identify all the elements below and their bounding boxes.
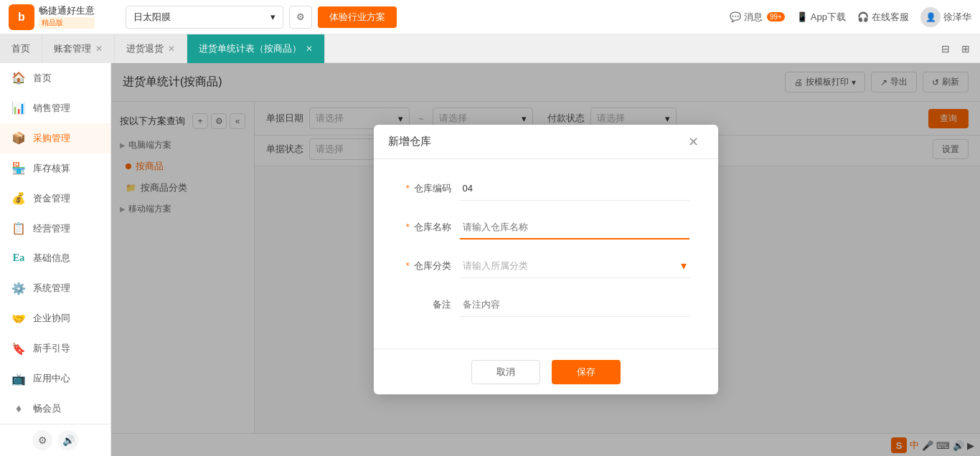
- app-name: 畅捷通好生意: [39, 5, 95, 17]
- header-right: 💬 消息 99+ 📱 App下载 🎧 在线客服 👤 徐泽华: [730, 7, 971, 27]
- dialog-title: 新增仓库: [388, 135, 431, 148]
- sidebar-label: 资金管理: [33, 192, 70, 205]
- purchase-icon: 📦: [11, 131, 26, 145]
- save-button[interactable]: 保存: [552, 360, 621, 384]
- dialog-header: 新增仓库 ✕: [374, 125, 718, 159]
- sidebar: 🏠 首页 📊 销售管理 📦 采购管理 🏪 库存核算 💰 资金管理 📋 经营管理 …: [0, 63, 111, 456]
- sidebar-item-guide[interactable]: 🔖 新手引导: [0, 333, 110, 364]
- tab-expand-btns: ⊟ ⊞: [937, 40, 980, 57]
- sidebar-settings-btn[interactable]: ⚙: [32, 430, 52, 450]
- warehouse-category-row: * 仓库分类 请输入所属分类 ▾: [402, 254, 689, 278]
- online-service-btn[interactable]: 🎧 在线客服: [857, 11, 909, 24]
- app-center-icon: 📺: [11, 372, 26, 386]
- dialog-close-btn[interactable]: ✕: [684, 132, 704, 152]
- business-icon: 📋: [11, 222, 26, 235]
- warehouse-code-row: * 仓库编码: [402, 176, 689, 201]
- remark-input-wrapper: [460, 293, 689, 317]
- basic-info-icon: Ea: [11, 252, 26, 264]
- inventory-icon: 🏪: [11, 161, 26, 175]
- remark-label: 备注: [402, 298, 460, 311]
- user-profile-btn[interactable]: 👤 徐泽华: [920, 7, 971, 27]
- sidebar-item-inventory[interactable]: 🏪 库存核算: [0, 153, 110, 184]
- username: 徐泽华: [943, 11, 971, 24]
- trial-button[interactable]: 体验行业方案: [318, 6, 397, 28]
- avatar: 👤: [920, 7, 941, 27]
- cancel-button[interactable]: 取消: [471, 360, 540, 384]
- warehouse-category-select-wrapper: 请输入所属分类 ▾: [460, 254, 689, 278]
- sidebar-label: 基础信息: [33, 252, 70, 265]
- sidebar-label: 库存核算: [33, 162, 70, 175]
- chevron-down-icon: ▾: [681, 259, 687, 272]
- tab-close-icon[interactable]: ✕: [168, 44, 175, 54]
- sidebar-item-vip[interactable]: ♦ 畅会员: [0, 394, 110, 424]
- warehouse-name-row: * 仓库名称: [402, 215, 689, 239]
- tab-close-icon[interactable]: ✕: [95, 44, 103, 54]
- finance-icon: 💰: [11, 191, 26, 205]
- message-icon: 💬: [730, 11, 741, 22]
- warehouse-name-label: * 仓库名称: [402, 221, 460, 234]
- sidebar-label: 首页: [33, 72, 52, 85]
- chevron-down-icon: ▾: [270, 11, 275, 22]
- tab-purchase-return[interactable]: 进货退货 ✕: [115, 34, 187, 63]
- remark-row: 备注: [402, 293, 689, 317]
- message-badge: 99+: [767, 12, 785, 22]
- app-download-btn[interactable]: 📱 App下载: [796, 11, 846, 24]
- headphone-icon: 🎧: [857, 11, 869, 22]
- store-selector[interactable]: 日太阳膜 ▾: [126, 6, 283, 29]
- sidebar-item-purchase[interactable]: 📦 采购管理: [0, 123, 110, 153]
- warehouse-category-select[interactable]: 请输入所属分类 ▾: [460, 254, 689, 278]
- sidebar-item-sales[interactable]: 📊 销售管理: [0, 93, 110, 123]
- warehouse-category-label: * 仓库分类: [402, 260, 460, 272]
- sidebar-label: 销售管理: [33, 102, 70, 115]
- tab-close-icon[interactable]: ✕: [306, 44, 313, 54]
- guide-icon: 🔖: [11, 342, 26, 356]
- warehouse-code-input-wrapper: [460, 176, 689, 201]
- content-area: 进货单统计(按商品) 🖨 按模板打印 ▾ ↗ 导出 ↺ 刷新: [111, 63, 980, 456]
- sidebar-label: 经营管理: [33, 222, 70, 235]
- tab-label: 首页: [11, 42, 30, 55]
- warehouse-code-input[interactable]: [460, 176, 689, 201]
- tab-label: 进货退货: [126, 42, 164, 55]
- dialog-footer: 取消 保存: [374, 348, 718, 394]
- home-icon: 🏠: [11, 71, 26, 85]
- sidebar-item-enterprise[interactable]: 🤝 企业协同: [0, 303, 110, 333]
- sidebar-bottom: ⚙ 🔊: [0, 424, 110, 456]
- tab-expand-btn[interactable]: ⊞: [957, 40, 974, 57]
- warehouse-code-label: * 仓库编码: [402, 182, 460, 195]
- remark-input[interactable]: [460, 293, 689, 317]
- tab-label: 账套管理: [54, 42, 91, 55]
- sidebar-item-home[interactable]: 🏠 首页: [0, 63, 110, 93]
- app-badge: 精品版: [39, 17, 95, 29]
- tab-purchase-stats[interactable]: 进货单统计表（按商品） ✕: [187, 34, 325, 63]
- system-icon: ⚙️: [11, 282, 26, 295]
- messages-btn[interactable]: 💬 消息 99+: [730, 11, 785, 24]
- sales-icon: 📊: [11, 101, 26, 115]
- sidebar-item-finance[interactable]: 💰 资金管理: [0, 184, 110, 214]
- sidebar-label: 应用中心: [33, 372, 70, 385]
- dialog-overlay: 新增仓库 ✕ * 仓库编码: [111, 63, 980, 456]
- sidebar-item-app-center[interactable]: 📺 应用中心: [0, 364, 110, 394]
- vip-icon: ♦: [11, 402, 26, 415]
- sidebar-label: 畅会员: [33, 402, 61, 415]
- tab-collapse-btn[interactable]: ⊟: [937, 40, 954, 57]
- sidebar-item-system[interactable]: ⚙️ 系统管理: [0, 273, 110, 303]
- mobile-icon: 📱: [796, 11, 808, 22]
- sidebar-label: 采购管理: [33, 132, 70, 145]
- avatar-icon: 👤: [925, 12, 936, 22]
- tab-account[interactable]: 账套管理 ✕: [42, 34, 115, 63]
- logo-area: b 畅捷通好生意 精品版: [9, 4, 120, 30]
- sidebar-label: 企业协同: [33, 312, 70, 325]
- app-logo: b: [9, 4, 34, 30]
- tab-home[interactable]: 首页: [0, 34, 42, 63]
- tab-label: 进货单统计表（按商品）: [199, 42, 301, 55]
- sidebar-label: 新手引导: [33, 342, 70, 355]
- warehouse-name-input-wrapper: [460, 215, 689, 239]
- warehouse-name-input[interactable]: [460, 215, 689, 239]
- sidebar-audio-btn[interactable]: 🔊: [58, 430, 78, 450]
- store-name: 日太阳膜: [133, 11, 171, 24]
- top-header: b 畅捷通好生意 精品版 日太阳膜 ▾ ⚙ 体验行业方案 💬 消息 99+ 📱 …: [0, 0, 980, 34]
- sidebar-item-business[interactable]: 📋 经营管理: [0, 214, 110, 244]
- gear-icon: ⚙: [296, 11, 305, 22]
- sidebar-item-basic-info[interactable]: Ea 基础信息: [0, 244, 110, 274]
- settings-icon-btn[interactable]: ⚙: [289, 6, 312, 29]
